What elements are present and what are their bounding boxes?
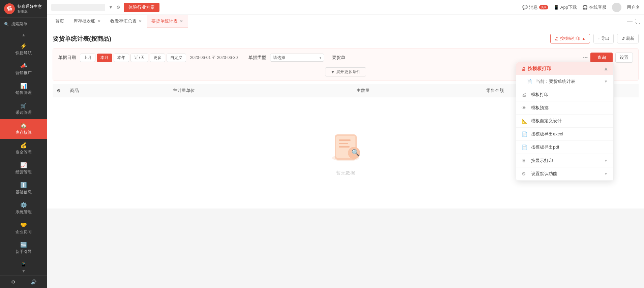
basic-info-icon: ℹ️: [20, 182, 27, 188]
tab-close-receivable-summary[interactable]: ✕: [139, 19, 142, 24]
industry-btn[interactable]: 体验行业方案: [124, 3, 159, 12]
finance-icon: 💰: [20, 142, 27, 149]
filter-row-date: 单据日期 上月 本月 本年 近7天 更多 自定义 2023-06-01 至 20…: [58, 53, 633, 63]
username: 用户名: [627, 4, 640, 10]
dropdown-item-template-print[interactable]: 🖨 模板打印: [516, 88, 613, 101]
topbar: ▼ ⚙ 体验行业方案 💬 消息 99+ 📱 App下载 🎧 在线客服 用户名: [47, 0, 644, 15]
dropdown-arrow-icon[interactable]: ▼: [109, 5, 113, 10]
template-custom-icon: 📐: [522, 118, 528, 124]
col-settings[interactable]: ⚙: [53, 84, 66, 97]
date-btn-this-year[interactable]: 本年: [114, 54, 129, 62]
dropdown-item-export-pdf[interactable]: 📄 按模板导出pdf: [516, 141, 613, 154]
sidebar-item-quick-nav[interactable]: ⚡ 快捷导航: [0, 39, 47, 59]
window-btns: — ⛶: [627, 19, 641, 25]
sound-icon[interactable]: 🔊: [31, 279, 36, 285]
topbar-right: 💬 消息 99+ 📱 App下载 🎧 在线客服 用户名: [522, 3, 640, 12]
dropdown-item-template-custom[interactable]: 📐 模板自定义设计: [516, 115, 613, 128]
sidebar-item-operations[interactable]: 📈 经营管理: [0, 159, 47, 179]
export-icon: ↑: [598, 36, 600, 41]
quick-nav-icon: ⚡: [20, 43, 27, 49]
set-default-arrow-icon: ▼: [604, 171, 608, 176]
minimize-icon[interactable]: —: [627, 19, 633, 25]
filter-right: ••• 查询 设置: [583, 53, 633, 63]
tab-receivable-summary[interactable]: 收发存汇总表 ✕: [106, 15, 147, 28]
sidebar-item-sales[interactable]: 📊 销售管理: [0, 79, 47, 99]
col-product: 商品: [66, 84, 169, 97]
print-dropdown-panel: 🖨 按模板打印 ▲ 📄 当前：要货单统计表 ▼ 🖨 模板打印 👁 模板预览 📐: [516, 62, 614, 181]
expand-btn[interactable]: ▼ 展开更多条件: [325, 67, 366, 76]
dropdown-item-export-excel[interactable]: 📄 按模板导出excel: [516, 128, 613, 141]
dropdown-current-item[interactable]: 📄 当前：要货单统计表 ▼: [516, 75, 613, 88]
date-btn-custom[interactable]: 自定义: [167, 54, 186, 62]
export-btn[interactable]: ↑ 导出: [593, 34, 614, 43]
message-icon: 💬: [522, 5, 528, 10]
svg-rect-6: [339, 143, 348, 144]
message-btn[interactable]: 💬 消息 99+: [522, 4, 548, 10]
refresh-btn[interactable]: ↺ 刷新: [617, 34, 639, 43]
guide-icon: 🆕: [20, 242, 27, 248]
dropdown-close-btn[interactable]: ▲: [603, 66, 609, 72]
gear-icon[interactable]: ⚙: [116, 5, 120, 10]
sidebar-item-system[interactable]: ⚙️ 系统管理: [0, 198, 47, 218]
sidebar-item-marketing[interactable]: 📣 营销推广: [0, 59, 47, 79]
date-btn-7days[interactable]: 近7天: [130, 54, 148, 62]
app-download-btn[interactable]: 📱 App下载: [554, 4, 577, 10]
goods-filter-label: 要货单: [332, 55, 345, 61]
inventory-icon: 🏠: [20, 122, 27, 129]
sidebar-item-cooperation[interactable]: 🤝 企业协同: [0, 218, 47, 238]
sidebar-bottom: ⚙ 🔊: [0, 276, 47, 288]
settings-icon[interactable]: ⚙: [11, 279, 16, 285]
sidebar-item-app-center[interactable]: 📱 应用中心: [0, 258, 47, 266]
type-filter-label: 单据类型: [248, 55, 266, 61]
maximize-icon[interactable]: ⛶: [635, 19, 641, 25]
search-menu[interactable]: 🔍 搜索菜单: [0, 18, 47, 30]
operations-icon: 📈: [20, 162, 27, 168]
dropdown-item-display-print[interactable]: 🖥 按显示打印 ▼: [516, 154, 613, 167]
display-print-arrow-icon: ▼: [604, 158, 608, 163]
svg-text:🔍: 🔍: [351, 149, 360, 157]
current-arrow-icon: ▼: [604, 79, 608, 84]
tabbar: 首页 库存批次账 ✕ 收发存汇总表 ✕ 要货单统计表 ✕ — ⛶: [47, 15, 644, 28]
dropdown-item-set-default[interactable]: ⚙ 设置默认功能 ▼: [516, 167, 613, 181]
dropdown-header: 🖨 按模板打印 ▲: [516, 62, 613, 75]
headset-icon: 🎧: [582, 5, 588, 10]
print-template-btn[interactable]: 🖨 按模板打印 ▲: [550, 34, 590, 43]
tab-close-order-stats[interactable]: ✕: [180, 19, 183, 24]
sidebar-item-inventory[interactable]: 🏠 库存核算: [0, 119, 47, 139]
date-btn-more[interactable]: 更多: [150, 54, 165, 62]
app-center-icon: 📱: [20, 261, 27, 266]
sidebar: 畅 畅康通好生意 标准版 🔍 搜索菜单 ▲ ⚡ 快捷导航 📣 营销推广 📊 销售…: [0, 0, 47, 288]
refresh-icon: ↺: [621, 36, 625, 41]
scroll-up-btn[interactable]: ▲: [0, 30, 47, 39]
tab-home[interactable]: 首页: [51, 15, 69, 28]
message-badge: 99+: [539, 5, 548, 9]
sidebar-item-finance[interactable]: 💰 资金管理: [0, 139, 47, 159]
current-template-icon: 📄: [526, 79, 532, 84]
sidebar-item-guide[interactable]: 🆕 新手引导: [0, 238, 47, 258]
user-avatar[interactable]: [612, 3, 621, 12]
tab-close-inventory-batch[interactable]: ✕: [97, 19, 101, 24]
query-btn[interactable]: 查询: [590, 53, 613, 63]
more-options-icon[interactable]: •••: [583, 55, 588, 60]
template-print-icon: 🖨: [522, 92, 528, 97]
tab-inventory-batch[interactable]: 库存批次账 ✕: [69, 15, 106, 28]
content-area: 要货单统计表(按商品) 🖨 按模板打印 ▲ ↑ 导出 ↺ 刷新: [47, 28, 644, 288]
online-service-btn[interactable]: 🎧 在线客服: [582, 4, 607, 10]
sidebar-item-basic-info[interactable]: ℹ️ 基础信息: [0, 179, 47, 198]
svg-rect-7: [339, 146, 350, 148]
svg-rect-5: [339, 139, 351, 141]
scroll-down-btn[interactable]: ▼: [0, 266, 47, 276]
dropdown-chevron-icon: ▲: [582, 36, 586, 41]
dropdown-item-template-preview[interactable]: 👁 模板预览: [516, 101, 613, 115]
date-filter-label: 单据日期: [58, 55, 76, 61]
tab-order-stats[interactable]: 要货单统计表 ✕: [147, 15, 188, 28]
date-btn-this-month[interactable]: 本月: [97, 54, 112, 62]
date-btn-last-month[interactable]: 上月: [80, 54, 95, 62]
type-select[interactable]: 请选择: [270, 54, 324, 62]
set-default-icon: ⚙: [522, 171, 528, 177]
logo-text: 畅康通好生意 标准版: [18, 4, 42, 14]
breadcrumb-input[interactable]: [51, 4, 105, 11]
col-unit: 主计量单位: [169, 84, 352, 97]
sidebar-item-purchase[interactable]: 🛒 采购管理: [0, 99, 47, 119]
setting-btn[interactable]: 设置: [615, 53, 633, 63]
